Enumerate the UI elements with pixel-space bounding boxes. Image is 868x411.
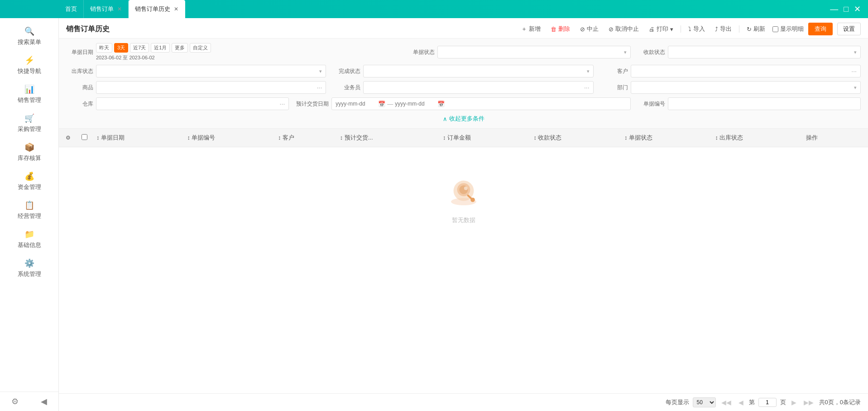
prev-page-button[interactable]: ◀ <box>737 398 745 407</box>
expected-date-from-input[interactable] <box>336 101 376 107</box>
query-button[interactable]: 查询 <box>808 23 833 35</box>
page-number-input[interactable] <box>758 398 777 407</box>
tab-home[interactable]: 首页 <box>59 0 84 18</box>
table-area: ⚙ ↕ 单据日期 ↕ 单据编号 ↕ <box>59 129 868 393</box>
sidebar-item-fund-mgmt[interactable]: 💰 资金管理 <box>0 167 58 196</box>
date-btn-7days[interactable]: 近7天 <box>130 43 149 53</box>
filter-area: 单据日期 昨天 3天 近7天 近1月 更多 自定义 2023-06-02 至 2… <box>59 39 868 129</box>
th-date[interactable]: ↕ 单据日期 <box>92 129 183 147</box>
tab-sales-history-close[interactable]: ✕ <box>174 6 178 12</box>
expected-date-control[interactable]: 📅 — 📅 <box>331 97 630 110</box>
dept-control[interactable]: ▾ <box>631 81 861 94</box>
import-button[interactable]: ⤵ 导入 <box>686 24 708 34</box>
warehouse-control[interactable]: ··· <box>96 97 289 110</box>
sidebar-settings-button[interactable]: ⚙ <box>11 396 19 406</box>
calendar-from-icon: 📅 <box>378 101 385 107</box>
sidebar-item-purchase-mgmt[interactable]: 🛒 采购管理 <box>0 109 58 138</box>
minimize-button[interactable]: — <box>830 5 838 14</box>
filter-row-4: 仓库 ··· 预计交货日期 📅 — 📅 <box>66 97 861 110</box>
payment-status-arrow-icon: ▾ <box>854 49 857 55</box>
expected-date-to-input[interactable] <box>395 101 436 107</box>
sidebar-item-sales-mgmt[interactable]: 📊 销售管理 <box>0 80 58 109</box>
refresh-button[interactable]: ↻ 刷新 <box>744 24 768 34</box>
current-page-prefix: 第 <box>749 398 755 406</box>
show-detail-checkbox[interactable]: 显示明细 <box>772 25 804 33</box>
complete-status-arrow-icon: ▾ <box>587 68 590 74</box>
th-settings[interactable]: ⚙ <box>59 129 77 147</box>
tab-sales-order-close[interactable]: ✕ <box>117 6 122 12</box>
inventory-calc-icon: 📦 <box>24 142 34 152</box>
new-button[interactable]: ＋ 新增 <box>518 24 543 34</box>
filter-customer-item: 客户 ··· <box>601 65 861 77</box>
select-all-checkbox[interactable] <box>82 134 87 140</box>
sidebar-item-search-menu[interactable]: 🔍 搜索菜单 <box>0 22 58 51</box>
salesperson-dots-icon: ··· <box>584 84 590 91</box>
salesperson-control[interactable]: ··· <box>363 81 593 94</box>
date-btn-custom[interactable]: 自定义 <box>190 43 211 53</box>
th-order-status[interactable]: ↕ 单据状态 <box>620 129 711 147</box>
sidebar-item-quick-nav[interactable]: ⚡ 快捷导航 <box>0 51 58 80</box>
top-bar: 首页 销售订单 ✕ 销售订单历史 ✕ — □ ✕ <box>0 0 868 18</box>
delete-icon: 🗑 <box>551 26 556 33</box>
page-size-select[interactable]: 10 20 50 100 <box>693 397 716 407</box>
quick-nav-icon: ⚡ <box>24 55 34 65</box>
date-btn-3days[interactable]: 3天 <box>114 43 128 53</box>
sidebar-item-system-mgmt[interactable]: ⚙️ 系统管理 <box>0 254 58 283</box>
complete-status-control[interactable]: ▾ <box>363 65 593 77</box>
export-button[interactable]: ⤴ 导出 <box>712 24 734 34</box>
content-area: 销售订单历史 ＋ 新增 🗑 删除 ⊘ 中止 ⊘ 取消中止 <box>59 18 868 411</box>
payment-status-label: 收款状态 <box>638 48 665 56</box>
sidebar-item-operations-mgmt[interactable]: 📋 经营管理 <box>0 196 58 225</box>
collapse-row[interactable]: ∧ 收起更多条件 <box>66 114 861 124</box>
settings-button[interactable]: 设置 <box>837 23 861 35</box>
sidebar-item-basic-info[interactable]: 📁 基础信息 <box>0 225 58 254</box>
print-button[interactable]: 🖨 打印 ▾ <box>646 24 676 34</box>
stop-button[interactable]: ⊘ 中止 <box>577 24 601 34</box>
filter-expected-date-item: 预计交货日期 📅 — 📅 <box>296 97 630 110</box>
sidebar-bottom: ⚙ ◀ <box>0 392 58 411</box>
filter-goods-item: 商品 ··· <box>66 81 326 94</box>
goods-dots-icon: ··· <box>317 84 322 91</box>
th-checkbox[interactable] <box>77 129 92 147</box>
customer-control[interactable]: ··· <box>631 65 861 77</box>
svg-point-6 <box>470 198 475 202</box>
date-btn-more[interactable]: 更多 <box>172 43 188 53</box>
delete-button[interactable]: 🗑 删除 <box>548 24 573 34</box>
tab-sales-history[interactable]: 销售订单历史 ✕ <box>129 0 185 18</box>
order-no-control[interactable] <box>668 97 861 110</box>
th-order-no[interactable]: ↕ 单据编号 <box>183 129 274 147</box>
stock-out-control[interactable]: ▾ <box>96 65 326 77</box>
sidebar-collapse-button[interactable]: ◀ <box>41 396 47 406</box>
maximize-button[interactable]: □ <box>844 5 849 14</box>
last-page-button[interactable]: ▶▶ <box>802 398 815 407</box>
close-button[interactable]: ✕ <box>854 4 861 14</box>
filter-dept-item: 部门 ▾ <box>601 81 861 94</box>
th-amount[interactable]: ↕ 订单金额 <box>438 129 529 147</box>
next-page-button[interactable]: ▶ <box>790 398 798 407</box>
expected-date-label: 预计交货日期 <box>296 100 329 108</box>
date-btn-30days[interactable]: 近1月 <box>151 43 170 53</box>
sales-mgmt-icon: 📊 <box>24 84 34 94</box>
th-payment-status[interactable]: ↕ 收款状态 <box>529 129 620 147</box>
th-expected-date[interactable]: ↕ 预计交货... <box>336 129 438 147</box>
payment-status-control[interactable]: ▾ <box>668 46 861 58</box>
print-icon: 🖨 <box>649 26 655 33</box>
date-range-display: 2023-06-02 至 2023-06-02 <box>96 54 400 61</box>
customer-label: 客户 <box>601 68 628 75</box>
th-stock-status[interactable]: ↕ 出库状态 <box>710 129 801 147</box>
filter-row-1: 单据日期 昨天 3天 近7天 近1月 更多 自定义 2023-06-02 至 2… <box>66 43 861 61</box>
order-status-control[interactable]: ▾ <box>437 46 630 58</box>
main-layout: 🔍 搜索菜单 ⚡ 快捷导航 📊 销售管理 🛒 采购管理 📦 库存核算 💰 资金管… <box>0 18 868 411</box>
date-btn-today[interactable]: 昨天 <box>96 43 112 53</box>
order-status-arrow-icon: ▾ <box>624 49 627 55</box>
cancel-stop-button[interactable]: ⊘ 取消中止 <box>606 24 642 34</box>
page-suffix: 页 <box>780 398 786 406</box>
empty-state: 暂无数据 <box>59 147 868 251</box>
export-icon: ⤴ <box>715 26 718 33</box>
goods-control[interactable]: ··· <box>96 81 326 94</box>
tab-sales-order[interactable]: 销售订单 ✕ <box>84 0 129 18</box>
sidebar-item-inventory-calc[interactable]: 📦 库存核算 <box>0 138 58 167</box>
dept-label: 部门 <box>601 84 628 92</box>
first-page-button[interactable]: ◀◀ <box>719 398 733 407</box>
th-customer[interactable]: ↕ 客户 <box>273 129 336 147</box>
